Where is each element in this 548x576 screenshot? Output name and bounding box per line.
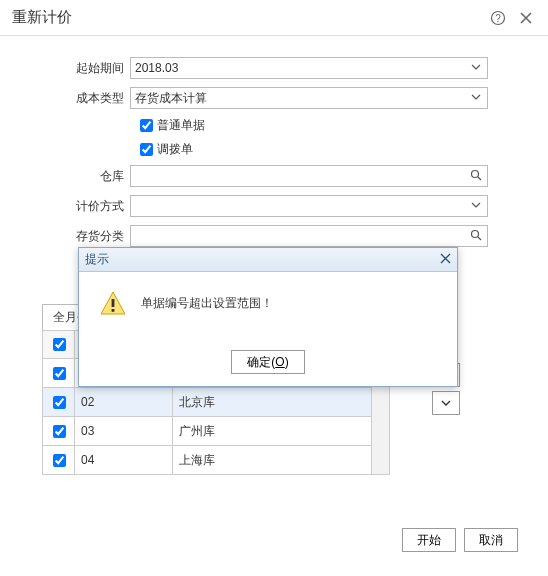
- cell-code[interactable]: 03: [75, 417, 173, 446]
- alert-dialog: 提示 单据编号超出设置范围！ 确定(O): [78, 247, 458, 387]
- row-checkbox[interactable]: [53, 396, 66, 409]
- costtype-label: 成本类型: [42, 90, 130, 107]
- svg-point-2: [472, 171, 479, 178]
- svg-rect-5: [112, 309, 115, 312]
- chevron-down-icon[interactable]: [468, 89, 484, 105]
- pricing-label: 计价方式: [42, 198, 130, 215]
- lookup-icon[interactable]: [468, 227, 484, 243]
- cancel-button[interactable]: 取消: [464, 528, 518, 552]
- move-down-button[interactable]: [432, 391, 460, 415]
- period-label: 起始期间: [42, 60, 130, 77]
- cell-name[interactable]: 广州库: [173, 417, 372, 446]
- chevron-down-icon[interactable]: [468, 197, 484, 213]
- lookup-icon[interactable]: [468, 167, 484, 183]
- alert-ok-button[interactable]: 确定(O): [231, 350, 305, 374]
- dialog-title: 重新计价: [12, 8, 480, 27]
- chevron-down-icon[interactable]: [468, 59, 484, 75]
- pricing-select[interactable]: [130, 195, 488, 217]
- cell-name[interactable]: 北京库: [173, 388, 372, 417]
- svg-point-3: [472, 231, 479, 238]
- cell-name[interactable]: 上海库: [173, 446, 372, 475]
- alert-message: 单据编号超出设置范围！: [141, 295, 273, 312]
- transfer-doc-label: 调拨单: [157, 141, 193, 158]
- warning-icon: [99, 290, 127, 318]
- cell-code[interactable]: 02: [75, 388, 173, 417]
- warehouse-input[interactable]: [130, 165, 488, 187]
- alert-title: 提示: [85, 251, 440, 268]
- close-icon[interactable]: [516, 8, 536, 28]
- help-icon[interactable]: ?: [488, 8, 508, 28]
- row-checkbox[interactable]: [53, 454, 66, 467]
- cell-code[interactable]: 04: [75, 446, 173, 475]
- table-row: 03 广州库: [43, 417, 372, 446]
- normal-doc-checkbox[interactable]: [140, 119, 153, 132]
- select-all-checkbox[interactable]: [53, 338, 66, 351]
- svg-text:?: ?: [495, 12, 501, 23]
- svg-rect-4: [112, 299, 115, 307]
- table-row: 02 北京库: [43, 388, 372, 417]
- alert-close-icon[interactable]: [440, 252, 451, 267]
- category-input[interactable]: [130, 225, 488, 247]
- costtype-select[interactable]: [130, 87, 488, 109]
- category-label: 存货分类: [42, 228, 130, 245]
- table-row: 04 上海库: [43, 446, 372, 475]
- period-select[interactable]: [130, 57, 488, 79]
- warehouse-label: 仓库: [42, 168, 130, 185]
- start-button[interactable]: 开始: [402, 528, 456, 552]
- transfer-doc-checkbox[interactable]: [140, 143, 153, 156]
- normal-doc-label: 普通单据: [157, 117, 205, 134]
- row-checkbox[interactable]: [53, 367, 66, 380]
- title-bar: 重新计价 ?: [0, 0, 548, 36]
- row-checkbox[interactable]: [53, 425, 66, 438]
